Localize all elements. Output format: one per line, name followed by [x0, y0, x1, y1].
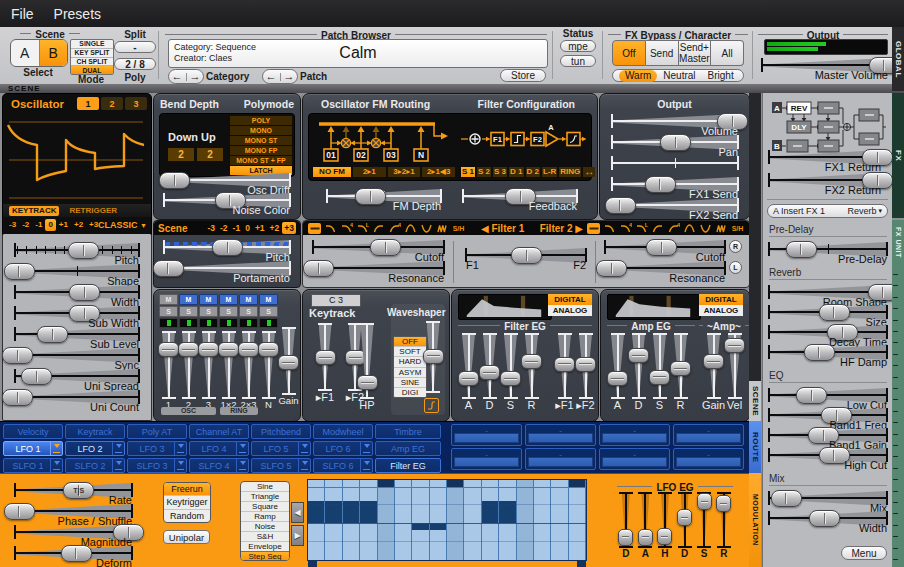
osc-waveform-display[interactable]: [7, 114, 145, 202]
mode-option-dual[interactable]: DUAL: [71, 65, 113, 74]
step-trigger-13[interactable]: [517, 480, 533, 488]
mod-slot[interactable]: -: [673, 448, 744, 470]
mod-slot[interactable]: -: [673, 424, 744, 446]
scene-octave-2[interactable]: +2: [268, 222, 282, 234]
slider-handle[interactable]: [37, 326, 68, 343]
step-trigger-1[interactable]: [308, 480, 324, 488]
slider-handle[interactable]: [458, 371, 479, 386]
slider-track[interactable]: [617, 334, 619, 398]
lfo-shape-square[interactable]: Square: [241, 501, 289, 511]
stepseq-prev-button[interactable]: ◀: [291, 502, 304, 523]
mute-button[interactable]: M: [219, 294, 238, 305]
filter-type-icon-lpL[interactable]: L: [635, 223, 648, 234]
pitch-slider[interactable]: Pitch: [15, 242, 139, 263]
magnitude-slider[interactable]: Magnitude: [15, 524, 132, 545]
lfo-shape-s-h[interactable]: S&H: [241, 531, 289, 541]
fm-depth-slider[interactable]: FM Depth: [327, 188, 441, 209]
step-column-13[interactable]: [517, 480, 534, 560]
rate-slider[interactable]: T|SRate: [15, 482, 132, 503]
menu-file[interactable]: File: [11, 6, 34, 22]
loop-end-marker[interactable]: [577, 560, 586, 567]
step-column-14[interactable]: [534, 480, 551, 560]
mod-slot[interactable]: -: [451, 448, 522, 470]
mod-select-arrow-icon[interactable]: [360, 459, 372, 472]
step-trigger-8[interactable]: [430, 480, 446, 488]
slider-handle[interactable]: [607, 371, 628, 386]
step-column-11[interactable]: [482, 480, 499, 560]
mod-cell-timbre[interactable]: Timbre: [375, 424, 441, 439]
lfo-shape-sine[interactable]: Sine: [241, 482, 289, 491]
stepseq-next-button[interactable]: ▶: [291, 525, 304, 546]
solo-button[interactable]: S: [199, 306, 218, 317]
fm-routing-diagram[interactable]: 01 02 03 N: [315, 117, 455, 165]
mode-option-key-split[interactable]: KEY SPLIT: [71, 48, 113, 57]
r-vslider[interactable]: R: [521, 334, 542, 398]
filter-type-icon-notch[interactable]: [699, 223, 712, 234]
osc-octave-1[interactable]: -1: [32, 219, 45, 231]
fm-mode-3-2-1[interactable]: 3▸2▸1: [388, 167, 421, 177]
mod-cell-lfo-5[interactable]: LFO 5: [251, 441, 311, 456]
scene-a-button[interactable]: A: [11, 40, 39, 66]
a-vslider[interactable]: A: [458, 334, 479, 398]
mod-slot[interactable]: -: [525, 448, 596, 470]
slider-handle[interactable]: [303, 260, 334, 277]
mod-cell-channel-at[interactable]: Channel AT: [189, 424, 249, 439]
low-cut-slider[interactable]: Low Cut: [769, 387, 887, 407]
slider-handle[interactable]: [159, 172, 190, 189]
slider-handle[interactable]: [819, 304, 850, 321]
high-cut-slider[interactable]: High Cut: [769, 447, 887, 467]
slider-handle[interactable]: [21, 368, 52, 385]
slider-handle[interactable]: [703, 354, 724, 369]
master-volume-slider[interactable]: Master Volume: [762, 57, 888, 78]
filter-type-icon-notch[interactable]: [420, 223, 433, 234]
polymode-poly[interactable]: POLY: [230, 116, 292, 125]
osc-drift-slider[interactable]: Osc Drift: [164, 172, 290, 192]
step-trigger-4[interactable]: [360, 480, 376, 488]
band1-gain-slider[interactable]: Band1 Gain: [769, 427, 887, 447]
step-column-5[interactable]: [378, 480, 395, 560]
scene-octave-1[interactable]: +1: [253, 222, 267, 234]
slider-track[interactable]: [15, 354, 139, 356]
filter-type-icon-bp[interactable]: [683, 223, 696, 234]
slider-handle[interactable]: [628, 348, 649, 363]
pre-delay-slider[interactable]: Pre-Delay: [769, 241, 887, 261]
polymode-mono-st[interactable]: MONO ST: [230, 136, 292, 145]
tun-button[interactable]: tun: [560, 55, 596, 67]
slider-handle[interactable]: [212, 239, 243, 256]
slider-handle[interactable]: [479, 365, 500, 380]
filter-type-icon-hp2[interactable]: 4: [388, 223, 401, 234]
filter-config-mode-d-1[interactable]: D 1: [509, 167, 523, 177]
mod-select-arrow-icon[interactable]: [360, 442, 372, 455]
feedback-slider[interactable]: Feedback: [463, 188, 577, 209]
hf-damp-slider[interactable]: HF Damp: [769, 344, 887, 364]
osc-tab-2[interactable]: 2: [101, 97, 123, 110]
slider-handle[interactable]: [771, 490, 802, 507]
filter2-label[interactable]: Filter 2 ▶: [540, 223, 583, 234]
filter-type-icon-lp2[interactable]: 4: [619, 223, 632, 234]
filter-type-icon-hp2[interactable]: 4: [667, 223, 680, 234]
filter1-label[interactable]: ◀ Filter 1: [481, 223, 524, 234]
character-warm[interactable]: Warm: [619, 70, 657, 82]
solo-button[interactable]: S: [219, 306, 238, 317]
slider-handle[interactable]: [4, 503, 35, 520]
step-trigger-7[interactable]: [412, 480, 428, 488]
decay-time-slider[interactable]: Decay Time: [769, 324, 887, 344]
fx-rev-box[interactable]: REV: [791, 104, 808, 113]
step-trigger-5[interactable]: [378, 480, 394, 488]
slider-handle[interactable]: [153, 260, 184, 277]
mod-slot[interactable]: -: [599, 424, 670, 446]
step-column-4[interactable]: [360, 480, 377, 560]
retrigger-toggle[interactable]: RETRIGGER: [69, 206, 117, 215]
mod-cell-filter-eg[interactable]: Filter EG: [375, 458, 441, 473]
s-vslider[interactable]: S: [500, 334, 521, 398]
step-trigger-9[interactable]: [447, 480, 463, 488]
s-vslider[interactable]: S: [694, 493, 714, 547]
osc-tab-1[interactable]: 1: [77, 97, 99, 110]
pitch-slider[interactable]: Pitch: [164, 239, 290, 260]
osc-octave-2[interactable]: +2: [71, 219, 86, 231]
amp-eg-analog-button[interactable]: ANALOG: [699, 305, 743, 316]
step-sequencer[interactable]: [307, 479, 587, 561]
filter-eg-digital-button[interactable]: DIGITAL: [548, 294, 592, 305]
slider-handle[interactable]: [809, 510, 840, 527]
slider-track[interactable]: [15, 333, 139, 335]
